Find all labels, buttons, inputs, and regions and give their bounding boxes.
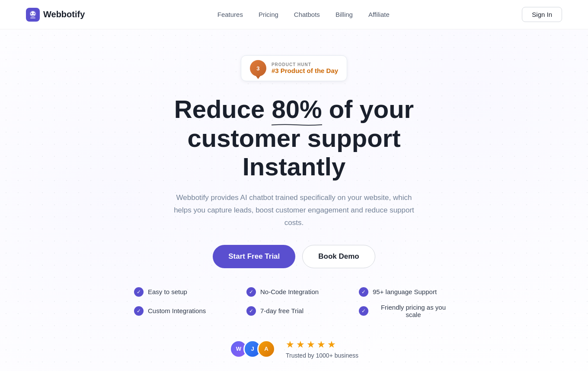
feature-label-5: 7-day free Trial [260,307,304,314]
check-icon-5: ✓ [246,306,256,316]
product-hunt-badge: 3 PRODUCT HUNT #3 Product of the Day [241,55,347,81]
nav-chatbots[interactable]: Chatbots [294,11,320,18]
headline-part1: Reduce [174,95,272,123]
star-2: ★ [296,339,305,350]
hero-ctas: Start Free Trial Book Demo [213,245,375,268]
check-icon-4: ✓ [134,306,144,316]
star-3: ★ [307,339,315,350]
feature-custom-integrations: ✓ Custom Integrations [134,304,229,318]
headline-highlight: 80% [272,95,322,124]
feature-label-6: Friendly pricing as you scale [373,304,454,318]
check-icon-1: ✓ [134,287,144,297]
signin-button[interactable]: Sign In [522,7,562,22]
feature-no-code: ✓ No-Code Integration [246,287,342,297]
start-trial-button[interactable]: Start Free Trial [213,245,295,268]
book-demo-button[interactable]: Book Demo [302,245,375,268]
hero-subtext: Webbotify provides AI chatbot trained sp… [169,192,419,229]
nav-features[interactable]: Features [217,11,243,18]
svg-point-4 [34,13,35,14]
logo-icon [26,8,40,22]
check-icon-3: ✓ [359,287,368,297]
nav-billing[interactable]: Billing [336,11,353,18]
star-4: ★ [317,339,326,350]
check-icon-2: ✓ [246,287,256,297]
check-icon-6: ✓ [359,306,368,316]
feature-label-3: 95+ language Support [373,288,437,295]
svg-point-3 [31,13,32,14]
navbar: Webbotify Features Pricing Chatbots Bill… [0,0,588,29]
star-rating: ★ ★ ★ ★ ★ [286,339,336,350]
avatar-stack: W J A [230,340,275,358]
nav-affiliate[interactable]: Affiliate [368,11,390,18]
feature-languages: ✓ 95+ language Support [359,287,454,297]
star-1: ★ [286,339,294,350]
stars-block: ★ ★ ★ ★ ★ Trusted by 1000+ business [286,339,358,359]
trusted-text: Trusted by 1000+ business [286,352,358,359]
feature-label-2: No-Code Integration [260,288,319,295]
social-proof: W J A ★ ★ ★ ★ ★ Trusted by 1000+ busines… [230,339,358,359]
logo-text: Webbotify [43,10,85,19]
hero-section: 3 PRODUCT HUNT #3 Product of the Day Red… [0,29,588,371]
ph-title: #3 Product of the Day [272,67,338,74]
feature-pricing: ✓ Friendly pricing as you scale [359,304,454,318]
avatar-3: A [257,340,275,358]
ph-label: PRODUCT HUNT [272,62,311,67]
star-5: ★ [327,339,336,350]
logo-link[interactable]: Webbotify [26,8,85,22]
feature-checks: ✓ Easy to setup ✓ No-Code Integration ✓ … [134,287,454,318]
ph-text: PRODUCT HUNT #3 Product of the Day [272,62,338,74]
hero-headline: Reduce 80% of yourcustomer support Insta… [138,95,450,181]
nav-links: Features Pricing Chatbots Billing Affili… [217,11,390,18]
feature-label-1: Easy to setup [148,288,187,295]
feature-free-trial: ✓ 7-day free Trial [246,304,342,318]
feature-label-4: Custom Integrations [148,307,206,314]
nav-pricing[interactable]: Pricing [259,11,278,18]
ph-medal-icon: 3 [250,60,266,76]
svg-rect-5 [30,17,35,19]
feature-easy-setup: ✓ Easy to setup [134,287,229,297]
